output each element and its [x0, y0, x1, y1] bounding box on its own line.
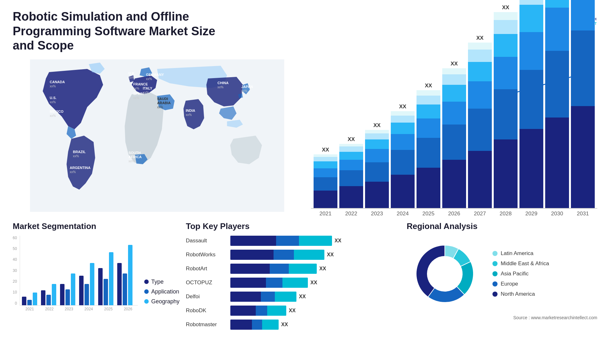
legend-dot	[144, 280, 149, 284]
svg-text:xx%: xx%	[133, 96, 139, 100]
player-bar-seg	[270, 264, 289, 274]
player-row: OCTOPUZXX	[186, 278, 400, 288]
seg-bar-group	[117, 245, 132, 305]
svg-text:xx%: xx%	[146, 77, 152, 81]
big-bar-chart: XXXXXXXXXXXXXXXXXXXXXX 20212022202320242…	[311, 69, 597, 209]
player-bar-container: XX	[230, 264, 326, 274]
legend-dot	[144, 289, 149, 294]
bottom-row: Market Segmentation 60 50 40 30 20 10 0	[13, 221, 597, 330]
stacked-bar	[417, 90, 440, 208]
seg-title: Market Segmentation	[13, 221, 180, 231]
player-bar-seg	[256, 306, 267, 316]
stacked-bar	[314, 154, 337, 208]
player-name: RoboDK	[186, 307, 227, 314]
x-labels: 202120222023202420252026	[20, 306, 138, 311]
seg-x-label: 2025	[100, 307, 116, 311]
bar-group-2030: XX	[545, 0, 569, 208]
player-bar-container: XX	[230, 250, 334, 260]
bar-segment	[314, 161, 337, 168]
top-row: CANADA xx% U.S. xx% MEXICO xx% BRAZIL xx…	[13, 59, 597, 212]
x-year-label: 2028	[494, 211, 518, 217]
page-title: Robotic Simulation and Offline Programmi…	[13, 10, 235, 53]
svg-text:xx%: xx%	[50, 114, 56, 118]
bar-chart-section: XXXXXXXXXXXXXXXXXXXXXX 20212022202320242…	[311, 59, 597, 212]
svg-text:SOUTH: SOUTH	[129, 151, 141, 155]
source-text: Source : www.marketresearchintellect.com	[407, 315, 597, 320]
stacked-bar	[365, 130, 389, 208]
bar-top-label: XX	[451, 61, 458, 67]
seg-bar	[46, 295, 51, 305]
seg-chart-wrapper: 60 50 40 30 20 10 0	[13, 236, 180, 311]
seg-x-label: 2026	[120, 307, 136, 311]
player-bar-seg	[299, 236, 332, 246]
bar-segment	[468, 62, 492, 81]
x-year-label: 2029	[519, 211, 543, 217]
regional-section: Regional Analysis Latin AmericaMiddle Ea…	[407, 221, 597, 330]
player-name: Dassault	[186, 238, 227, 244]
y-axis: 60 50 40 30 20 10 0	[13, 236, 18, 306]
seg-bar	[22, 297, 26, 305]
legend-label: Application	[151, 288, 179, 295]
players-title: Top Key Players	[186, 221, 400, 231]
bar-segment	[391, 175, 415, 208]
player-label: XX	[281, 322, 288, 327]
player-bar-seg	[230, 264, 270, 274]
bar-segment	[519, 129, 543, 208]
players-section: Top Key Players DassaultXXRobotWorksXXRo…	[186, 221, 400, 330]
y-label: 40	[13, 257, 17, 262]
bar-segment	[545, 118, 569, 208]
bar-segment	[339, 186, 363, 208]
bar-group-2029: XX	[519, 0, 543, 208]
seg-bar	[104, 279, 108, 305]
bar-segment	[442, 74, 466, 85]
regional-legend-label: Europe	[501, 281, 518, 287]
svg-text:xx%: xx%	[157, 105, 163, 109]
stacked-bar	[339, 144, 363, 208]
seg-bar	[71, 273, 75, 305]
svg-text:xx%: xx%	[218, 85, 224, 89]
bar-top-label: XX	[348, 136, 355, 143]
legend-item: Application	[144, 288, 180, 295]
bar-top-label: XX	[399, 104, 406, 110]
y-label: 10	[13, 290, 17, 294]
bar-segment	[314, 191, 337, 208]
x-year-label: 2022	[339, 211, 363, 217]
bar-segment	[339, 152, 363, 160]
bar-top-label: XX	[425, 83, 432, 89]
x-year-label: 2024	[391, 211, 415, 217]
bar-segment	[442, 102, 466, 125]
seg-bar	[79, 276, 84, 305]
player-bar-seg	[252, 320, 262, 330]
bar-segment	[494, 89, 518, 139]
regional-legend-dot	[492, 251, 498, 256]
bar-segment	[545, 0, 569, 8]
svg-text:xx%: xx%	[50, 84, 56, 88]
bar-segment	[494, 20, 518, 34]
bar-group-2023: XX	[365, 122, 389, 208]
player-name: Robotmaster	[186, 321, 227, 328]
y-label: 20	[13, 279, 17, 284]
bar-segment	[365, 162, 389, 182]
seg-section: Market Segmentation 60 50 40 30 20 10 0	[13, 221, 180, 330]
page-container: Robotic Simulation and Offline Programmi…	[0, 0, 610, 364]
x-year-label: 2025	[417, 211, 440, 217]
seg-bar	[117, 263, 122, 305]
x-year-label: 2021	[314, 211, 337, 217]
svg-text:CANADA: CANADA	[50, 80, 65, 84]
bar-group-2025: XX	[417, 83, 440, 208]
svg-line-37	[515, 71, 594, 93]
bar-segment	[519, 32, 543, 70]
bar-segment	[339, 144, 363, 146]
bar-segment	[494, 34, 518, 57]
bar-segment	[365, 133, 389, 139]
bars-area: 202120222023202420252026	[20, 236, 138, 311]
bar-segment	[417, 168, 440, 208]
svg-text:xx%: xx%	[129, 76, 135, 79]
seg-bar-group	[79, 263, 94, 305]
bar-segment	[494, 139, 518, 208]
player-row: DassaultXX	[186, 236, 400, 246]
seg-bar-group	[98, 252, 113, 305]
stacked-bar	[468, 43, 492, 208]
player-bar-seg	[275, 292, 296, 302]
bar-segment	[417, 104, 440, 118]
